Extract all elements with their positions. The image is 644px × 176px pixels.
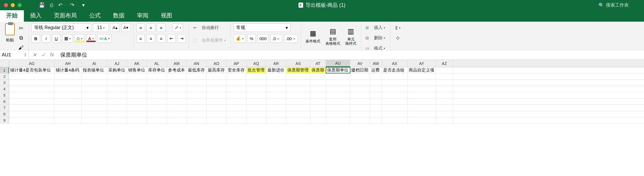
cell-AM9[interactable] (167, 117, 187, 123)
copy-button[interactable]: ⧉ (16, 34, 26, 42)
cell-AW4[interactable] (370, 86, 382, 92)
cell-AM5[interactable] (167, 92, 187, 98)
increase-indent-button[interactable]: ⇥ (177, 34, 186, 43)
cell-AP5[interactable] (227, 92, 246, 98)
cell-AM8[interactable] (167, 111, 187, 117)
column-header-AX[interactable]: AX (382, 60, 408, 67)
cell-AR1[interactable]: 最新进价 (266, 67, 286, 73)
cell-AU6[interactable] (326, 99, 350, 105)
cell-AX9[interactable] (382, 117, 408, 123)
row-header-1[interactable]: 1 (0, 67, 9, 73)
cell-AX7[interactable] (382, 105, 408, 111)
cell-AQ9[interactable] (246, 117, 266, 123)
align-center-button[interactable]: ≡ (147, 34, 155, 43)
cell-AV9[interactable] (350, 117, 370, 123)
cell-AS5[interactable] (286, 92, 310, 98)
cell-AY9[interactable] (408, 117, 436, 123)
spreadsheet-grid[interactable]: AGAHAIAJAKALAMANAOAPAQARASATAUAVAWAXAYAZ… (0, 60, 644, 124)
name-box-stepper[interactable]: ▲▼ (24, 53, 26, 57)
cell-AJ1[interactable]: 采购单位 (107, 67, 127, 73)
cell-AT9[interactable] (310, 117, 326, 123)
column-header-AU[interactable]: AU (326, 60, 350, 67)
column-header-AQ[interactable]: AQ (246, 60, 266, 67)
cell-AN9[interactable] (187, 117, 207, 123)
tab-page-layout[interactable]: 页面布局 (48, 9, 83, 22)
currency-button[interactable]: 💰 (234, 34, 246, 43)
font-color-button[interactable]: A (86, 34, 96, 43)
cell-AR5[interactable] (266, 92, 286, 98)
phonetic-button[interactable]: abcA (97, 34, 112, 43)
row-header-8[interactable]: 8 (0, 111, 9, 117)
cell-AP4[interactable] (227, 86, 246, 92)
increase-decimal-button[interactable]: .0→ (270, 34, 282, 43)
cell-AJ5[interactable] (107, 92, 127, 98)
column-header-AN[interactable]: AN (187, 60, 207, 67)
undo-button[interactable]: ↶ (58, 2, 65, 8)
cell-AK1[interactable]: 销售单位 (127, 67, 147, 73)
cell-AJ8[interactable] (107, 111, 127, 117)
column-header-AS[interactable]: AS (286, 60, 310, 67)
increase-font-button[interactable]: A▴ (111, 23, 120, 32)
cell-AK9[interactable] (127, 117, 147, 123)
cell-AS3[interactable] (286, 80, 310, 86)
formula-input[interactable]: 保质期单位 (58, 51, 87, 59)
cell-AY2[interactable] (408, 73, 436, 79)
cell-AN4[interactable] (187, 86, 207, 92)
cell-AW5[interactable] (370, 92, 382, 98)
cell-AU5[interactable] (326, 92, 350, 98)
merge-center-button[interactable]: 合并后居中 (200, 36, 228, 44)
cell-AX6[interactable] (382, 99, 408, 105)
cell-AG9[interactable] (9, 117, 55, 123)
cell-AP9[interactable] (227, 117, 246, 123)
cell-AM7[interactable] (167, 105, 187, 111)
column-header-AH[interactable]: AH (55, 60, 82, 67)
cell-AO8[interactable] (207, 111, 227, 117)
cell-AY6[interactable] (408, 99, 436, 105)
cell-AY5[interactable] (408, 92, 436, 98)
fill-color-button[interactable]: ◇ (74, 34, 84, 43)
cell-AI9[interactable] (82, 117, 107, 123)
cell-AS7[interactable] (286, 105, 310, 111)
cell-AN8[interactable] (187, 111, 207, 117)
cell-AL3[interactable] (147, 80, 167, 86)
cell-AN1[interactable]: 最低库存 (187, 67, 207, 73)
cell-AL6[interactable] (147, 99, 167, 105)
row-header-4[interactable]: 4 (0, 86, 9, 92)
cell-AN5[interactable] (187, 92, 207, 98)
cell-AH4[interactable] (55, 86, 82, 92)
qat-customize-icon[interactable]: ▾ (82, 2, 85, 8)
cell-AL8[interactable] (147, 111, 167, 117)
cell-AS2[interactable] (286, 73, 310, 79)
cell-AL2[interactable] (147, 73, 167, 79)
cell-AQ5[interactable] (246, 92, 266, 98)
column-header-AJ[interactable]: AJ (107, 60, 127, 67)
cell-AL1[interactable]: 库存单位 (147, 67, 167, 73)
format-cells-button[interactable]: 格式 (372, 44, 387, 52)
cell-AM3[interactable] (167, 80, 187, 86)
cell-AJ7[interactable] (107, 105, 127, 111)
cell-AR3[interactable] (266, 80, 286, 86)
cell-AT1[interactable]: 保质期 (310, 67, 326, 73)
cell-AU1[interactable]: 保质期单位 (326, 67, 350, 73)
cell-AU2[interactable] (326, 73, 350, 79)
cell-AO5[interactable] (207, 92, 227, 98)
cell-AU3[interactable] (326, 80, 350, 86)
cell-AP3[interactable] (227, 80, 246, 86)
cell-AH8[interactable] (55, 111, 82, 117)
cell-AO2[interactable] (207, 73, 227, 79)
format-as-table-button[interactable]: ▤ 套用 表格格式 (324, 26, 342, 46)
align-top-button[interactable]: ≡ (136, 23, 145, 32)
cell-AY4[interactable] (408, 86, 436, 92)
cell-AT2[interactable] (310, 73, 326, 79)
cell-AL7[interactable] (147, 105, 167, 111)
cell-AR7[interactable] (266, 105, 286, 111)
cell-AW9[interactable] (370, 117, 382, 123)
cell-AH7[interactable] (55, 105, 82, 111)
cell-AQ4[interactable] (246, 86, 266, 92)
cell-AM1[interactable]: 参考成本 (167, 67, 187, 73)
cell-AK6[interactable] (127, 99, 147, 105)
cell-AI3[interactable] (82, 80, 107, 86)
search-input[interactable] (606, 3, 640, 8)
cell-AG2[interactable] (9, 73, 55, 79)
cell-AT3[interactable] (310, 80, 326, 86)
